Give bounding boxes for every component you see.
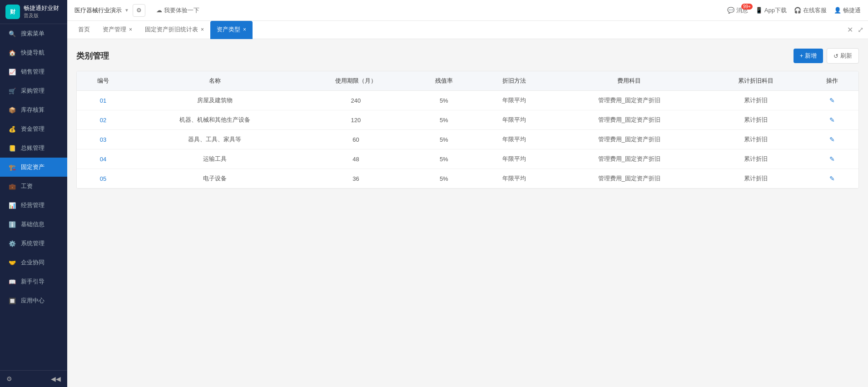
td-accum-4: 累计折旧	[706, 169, 806, 189]
td-residual-1: 5%	[412, 110, 476, 130]
sidebar-label-capital: 资金管理	[21, 125, 45, 133]
sidebar-icon-operations: 📊	[8, 201, 16, 209]
td-period-3: 48	[300, 149, 412, 169]
collapse-icon[interactable]: ◀◀	[51, 375, 61, 382]
logo-text: 畅捷通好业财	[24, 5, 59, 12]
sidebar-item-inventory[interactable]: 📦 库存核算	[0, 100, 67, 119]
tab-fixed-asset-stat[interactable]: 固定资产折旧统计表×	[139, 21, 210, 39]
experience-icon: ☁	[156, 7, 162, 14]
tab-asset-mgmt[interactable]: 资产管理×	[96, 21, 139, 39]
table-row: 01房屋及建筑物2405%年限平均管理费用_固定资产折旧累计折旧✎	[77, 91, 858, 110]
label-user: 畅捷通	[843, 6, 861, 15]
sidebar-item-base-info[interactable]: ℹ️ 基础信息	[0, 215, 67, 234]
th-name: 名称	[129, 71, 300, 91]
sidebar-item-system[interactable]: ⚙️ 系统管理	[0, 234, 67, 253]
edit-icon-1[interactable]: ✎	[829, 116, 835, 124]
sidebar-item-ledger[interactable]: 📒 总账管理	[0, 139, 67, 158]
sidebar-label-quick-nav: 快捷导航	[21, 49, 45, 57]
th-period: 使用期限（月）	[300, 71, 412, 91]
sidebar-item-guide[interactable]: 📖 新手引导	[0, 272, 67, 291]
sidebar-item-sales[interactable]: 📈 销售管理	[0, 62, 67, 81]
sidebar-icon-payroll: 💼	[8, 182, 16, 190]
new-button[interactable]: + 新增	[794, 49, 823, 63]
td-action-0[interactable]: ✎	[806, 91, 858, 110]
sidebar-icon-guide: 📖	[8, 278, 16, 286]
tab-close-fixed-asset-stat[interactable]: ×	[201, 27, 204, 32]
demo-selector[interactable]: 医疗器械行业演示 ▼	[74, 6, 129, 15]
main-area: 医疗器械行业演示 ▼ ⚙ ☁ 我要体验一下 💬 消息 99+ 📱 App下载 🎧…	[67, 0, 868, 387]
topbar-app-download[interactable]: 📱 App下载	[755, 6, 787, 15]
sidebar-item-purchase[interactable]: 🛒 采购管理	[0, 81, 67, 100]
td-method-3: 年限平均	[476, 149, 552, 169]
sidebar-item-collab[interactable]: 🤝 企业协同	[0, 253, 67, 272]
topbar-online-service[interactable]: 🎧 在线客服	[794, 6, 827, 15]
tabs-bar: 首页资产管理×固定资产折旧统计表×资产类型× ✕ ⤢	[67, 21, 868, 39]
table-header-row: 编号名称使用期限（月）残值率折旧方法费用科目累计折旧科目操作	[77, 71, 858, 91]
icon-messages: 💬	[727, 7, 734, 14]
table-row: 03器具、工具、家具等605%年限平均管理费用_固定资产折旧累计折旧✎	[77, 130, 858, 149]
th-method: 折旧方法	[476, 71, 552, 91]
td-expense-4: 管理费用_固定资产折旧	[552, 169, 706, 189]
sidebar-logo: 财 畅捷通好业财 普及版	[0, 0, 67, 24]
tab-close-asset-type[interactable]: ×	[243, 27, 246, 32]
edit-icon-4[interactable]: ✎	[829, 175, 835, 182]
table-row: 05电子设备365%年限平均管理费用_固定资产折旧累计折旧✎	[77, 169, 858, 189]
td-method-1: 年限平均	[476, 110, 552, 130]
page-actions: + 新增 ↺ 刷新	[794, 48, 859, 64]
label-online-service: 在线客服	[803, 6, 827, 15]
edit-icon-0[interactable]: ✎	[829, 97, 835, 104]
td-period-0: 240	[300, 91, 412, 110]
sidebar-item-fixed-assets[interactable]: 🏗️ 固定资产	[0, 158, 67, 177]
th-residual: 残值率	[412, 71, 476, 91]
sidebar-item-search[interactable]: 🔍 搜索菜单	[0, 24, 67, 43]
refresh-button[interactable]: ↺ 刷新	[827, 48, 859, 64]
sidebar-icon-app-center: 🔲	[8, 297, 16, 305]
td-action-4[interactable]: ✎	[806, 169, 858, 189]
sidebar-icon-fixed-assets: 🏗️	[8, 163, 16, 171]
sidebar: 财 畅捷通好业财 普及版 🔍 搜索菜单 🏠 快捷导航 📈 销售管理 🛒 采购管理…	[0, 0, 67, 387]
tab-asset-type[interactable]: 资产类型×	[210, 21, 253, 39]
demo-label: 医疗器械行业演示	[74, 6, 122, 15]
topbar-messages[interactable]: 💬 消息 99+	[727, 6, 748, 15]
tabs-actions: ✕ ⤢	[847, 25, 863, 34]
td-name-3: 运输工具	[129, 149, 300, 169]
td-action-2[interactable]: ✎	[806, 130, 858, 149]
topbar-settings-button[interactable]: ⚙	[133, 4, 145, 17]
sidebar-footer: ⚙ ◀◀	[0, 370, 67, 387]
sidebar-label-base-info: 基础信息	[21, 220, 45, 228]
tab-home[interactable]: 首页	[72, 21, 96, 39]
sidebar-item-payroll[interactable]: 💼 工资	[0, 177, 67, 196]
td-name-0: 房屋及建筑物	[129, 91, 300, 110]
settings-icon[interactable]: ⚙	[6, 375, 12, 382]
td-name-4: 电子设备	[129, 169, 300, 189]
sidebar-icon-system: ⚙️	[8, 239, 16, 248]
td-code-4: 05	[77, 169, 129, 189]
sidebar-label-fixed-assets: 固定资产	[21, 163, 45, 171]
edit-icon-2[interactable]: ✎	[829, 136, 835, 143]
td-action-1[interactable]: ✎	[806, 110, 858, 130]
tab-close-all-icon[interactable]: ✕	[847, 25, 853, 34]
topbar-user[interactable]: 👤 畅捷通	[834, 6, 861, 15]
td-residual-0: 5%	[412, 91, 476, 110]
sidebar-item-app-center[interactable]: 🔲 应用中心	[0, 291, 67, 310]
icon-user: 👤	[834, 7, 841, 14]
badge-messages: 99+	[741, 4, 753, 10]
tab-expand-icon[interactable]: ⤢	[858, 25, 863, 34]
sidebar-item-operations[interactable]: 📊 经营管理	[0, 196, 67, 215]
experience-button[interactable]: ☁ 我要体验一下	[156, 6, 199, 15]
td-action-3[interactable]: ✎	[806, 149, 858, 169]
tab-close-asset-mgmt[interactable]: ×	[129, 27, 132, 32]
page-header: 类别管理 + 新增 ↺ 刷新	[76, 48, 859, 64]
sidebar-icon-purchase: 🛒	[8, 87, 16, 95]
table-body: 01房屋及建筑物2405%年限平均管理费用_固定资产折旧累计折旧✎02机器、机械…	[77, 91, 858, 189]
td-method-0: 年限平均	[476, 91, 552, 110]
td-name-1: 机器、机械和其他生产设备	[129, 110, 300, 130]
table-header: 编号名称使用期限（月）残值率折旧方法费用科目累计折旧科目操作	[77, 71, 858, 91]
sidebar-label-purchase: 采购管理	[21, 87, 45, 95]
edit-icon-3[interactable]: ✎	[829, 155, 835, 163]
logo-icon: 财	[5, 5, 20, 19]
sidebar-icon-capital: 💰	[8, 125, 16, 133]
sidebar-item-quick-nav[interactable]: 🏠 快捷导航	[0, 43, 67, 62]
th-action: 操作	[806, 71, 858, 91]
sidebar-item-capital[interactable]: 💰 资金管理	[0, 119, 67, 139]
